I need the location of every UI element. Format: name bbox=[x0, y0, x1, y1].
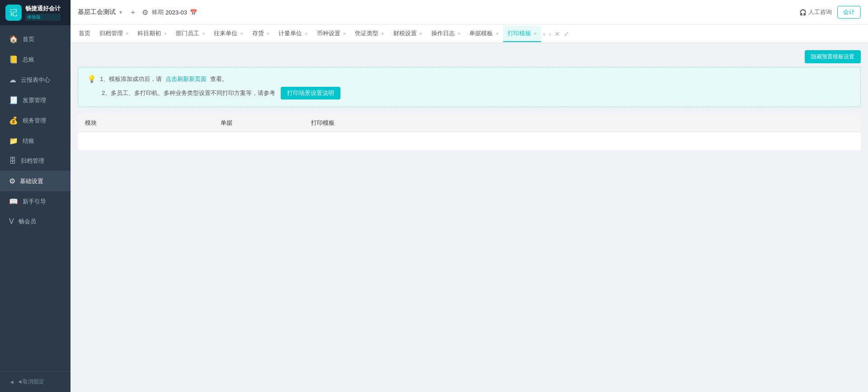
sidebar-label-settlement: 结账 bbox=[23, 137, 34, 145]
period-label: 账期 bbox=[152, 8, 164, 16]
tab-scroll-right[interactable]: › bbox=[547, 30, 553, 38]
logo-title: 畅捷通好会计 bbox=[25, 5, 61, 13]
explain-button[interactable]: 打印场景设置说明 bbox=[281, 87, 340, 99]
sidebar-item-home[interactable]: 🏠首页 bbox=[0, 29, 71, 49]
logo-icon: 记 bbox=[5, 5, 22, 21]
notice-row-2: 2、多员工、多打印机、多种业务类型设置不同打印方案等，请参考 打印场景设置说明 bbox=[87, 87, 851, 99]
tab-print[interactable]: 打印模板× bbox=[503, 26, 541, 42]
hide-template-button[interactable]: 隐藏预置模板设置 bbox=[805, 50, 861, 63]
ledger-icon: 📒 bbox=[9, 55, 18, 64]
sidebar-unpin[interactable]: ◄ ◄取消固定 bbox=[0, 371, 71, 392]
tab-oplog[interactable]: 操作日志× bbox=[427, 26, 465, 42]
tab-supplier[interactable]: 往来单位× bbox=[209, 26, 247, 42]
sidebar-label-basic: 基础设置 bbox=[20, 177, 43, 185]
tab-subject[interactable]: 科目期初× bbox=[133, 26, 171, 42]
tab-taxsetting[interactable]: 财税设置× bbox=[389, 26, 427, 42]
reports-icon: ☁ bbox=[9, 76, 16, 84]
tab-close-supplier[interactable]: × bbox=[240, 31, 243, 36]
account-button[interactable]: 会计 bbox=[837, 6, 861, 19]
tab-close-oplog[interactable]: × bbox=[458, 31, 460, 36]
sidebar: 记 畅捷通好会计 体验版 🏠首页📒总账☁云报表中心🧾发票管理💰税务管理📁结账🗄归… bbox=[0, 0, 71, 392]
sidebar-item-reports[interactable]: ☁云报表中心 bbox=[0, 70, 71, 90]
tabbar: 首页归档管理×科目期初×部门员工×往来单位×存货×计量单位×币种设置×凭证类型×… bbox=[71, 25, 868, 43]
tab-close-inventory[interactable]: × bbox=[267, 31, 269, 36]
tab-label-archive: 归档管理 bbox=[99, 29, 123, 38]
tab-expand[interactable]: ⤢ bbox=[562, 30, 571, 38]
sidebar-item-settlement[interactable]: 📁结账 bbox=[0, 131, 71, 151]
tab-label-subject: 科目期初 bbox=[137, 29, 161, 38]
calendar-icon[interactable]: 📅 bbox=[190, 9, 197, 16]
tab-label-voucher: 凭证类型 bbox=[355, 29, 378, 38]
tab-scroll-left[interactable]: ‹ bbox=[541, 30, 547, 38]
sidebar-item-basic[interactable]: ⚙基础设置 bbox=[0, 171, 71, 191]
sidebar-item-tax[interactable]: 💰税务管理 bbox=[0, 110, 71, 131]
tab-close-measure[interactable]: × bbox=[305, 31, 307, 36]
tab-inventory[interactable]: 存货× bbox=[248, 26, 274, 42]
tab-label-home: 首页 bbox=[79, 29, 90, 38]
tab-close-currency[interactable]: × bbox=[343, 31, 346, 36]
tab-archive[interactable]: 归档管理× bbox=[95, 26, 133, 42]
tab-close-taxsetting[interactable]: × bbox=[420, 31, 422, 36]
sidebar-label-archive: 归档管理 bbox=[21, 157, 44, 165]
settlement-icon: 📁 bbox=[9, 137, 18, 145]
tab-close-all[interactable]: ✕ bbox=[553, 30, 562, 38]
tab-close-receipt[interactable]: × bbox=[495, 31, 498, 36]
topbar-period: 账期 2023-03 📅 bbox=[152, 8, 197, 16]
sidebar-item-member[interactable]: V畅会员 bbox=[0, 212, 71, 231]
notice-line2-prefix: 2、多员工、多打印机、多种业务类型设置不同打印方案等，请参考 bbox=[102, 89, 275, 97]
sidebar-label-member: 畅会员 bbox=[19, 217, 36, 226]
tax-icon: 💰 bbox=[9, 116, 18, 125]
tab-close-dept[interactable]: × bbox=[202, 31, 205, 36]
table-body bbox=[78, 132, 861, 150]
tab-home[interactable]: 首页 bbox=[74, 26, 95, 42]
notice-refresh-link[interactable]: 点击刷新新页面 bbox=[165, 75, 207, 83]
col-template-header: 打印模板 bbox=[311, 119, 854, 127]
settings-icon[interactable]: ⚙ bbox=[142, 8, 148, 17]
tab-label-dept: 部门员工 bbox=[176, 29, 199, 38]
tab-measure[interactable]: 计量单位× bbox=[274, 26, 312, 42]
add-icon[interactable]: ＋ bbox=[129, 8, 137, 17]
tab-dept[interactable]: 部门员工× bbox=[171, 26, 209, 42]
member-icon: V bbox=[9, 217, 14, 226]
home-icon: 🏠 bbox=[9, 35, 18, 43]
sidebar-label-home: 首页 bbox=[23, 35, 34, 43]
sidebar-item-ledger[interactable]: 📒总账 bbox=[0, 49, 71, 70]
invoice-icon: 🧾 bbox=[9, 96, 18, 104]
tab-label-measure: 计量单位 bbox=[278, 29, 302, 38]
headset-icon: 🎧 bbox=[799, 9, 807, 16]
sidebar-label-invoice: 发票管理 bbox=[23, 96, 46, 104]
notice-box: 💡 1、模板添加成功后，请 点击刷新新页面 查看。 2、多员工、多打印机、多种业… bbox=[78, 67, 861, 107]
basic-icon: ⚙ bbox=[9, 177, 15, 185]
content-area: 隐藏预置模板设置 💡 1、模板添加成功后，请 点击刷新新页面 查看。 2、多员工… bbox=[71, 43, 868, 392]
sidebar-label-ledger: 总账 bbox=[23, 56, 34, 64]
print-template-table: 模块 单据 打印模板 bbox=[78, 114, 861, 150]
tab-receipt[interactable]: 单据模板× bbox=[465, 26, 503, 42]
newbie-icon: 📖 bbox=[9, 197, 18, 206]
sidebar-label-newbie: 新手引导 bbox=[23, 198, 46, 206]
tab-close-voucher[interactable]: × bbox=[381, 31, 384, 36]
tab-close-subject[interactable]: × bbox=[164, 31, 166, 36]
tab-voucher[interactable]: 凭证类型× bbox=[350, 26, 388, 42]
sidebar-label-tax: 税务管理 bbox=[23, 117, 46, 125]
company-name: 基层工会测试 bbox=[78, 8, 116, 16]
topbar-company: 基层工会测试 ▾ bbox=[78, 8, 122, 16]
tab-label-supplier: 往来单位 bbox=[214, 29, 237, 38]
topbar-actions: ＋ ⚙ bbox=[129, 8, 148, 17]
company-chevron[interactable]: ▾ bbox=[119, 9, 122, 15]
hide-btn-wrapper: 隐藏预置模板设置 bbox=[78, 50, 861, 63]
main-area: 基层工会测试 ▾ ＋ ⚙ 账期 2023-03 📅 🎧 人工咨询 会计 首页归档… bbox=[71, 0, 868, 392]
sidebar-logo: 记 畅捷通好会计 体验版 bbox=[0, 0, 71, 25]
tab-label-print: 打印模板 bbox=[508, 29, 531, 38]
sidebar-item-invoice[interactable]: 🧾发票管理 bbox=[0, 90, 71, 110]
tab-label-oplog: 操作日志 bbox=[431, 29, 455, 38]
sidebar-nav: 🏠首页📒总账☁云报表中心🧾发票管理💰税务管理📁结账🗄归档管理⚙基础设置📖新手引导… bbox=[0, 25, 71, 371]
table-header: 模块 单据 打印模板 bbox=[78, 114, 861, 132]
tab-close-archive[interactable]: × bbox=[126, 31, 128, 36]
tab-label-taxsetting: 财税设置 bbox=[393, 29, 417, 38]
tab-currency[interactable]: 币种设置× bbox=[312, 26, 350, 42]
sidebar-item-newbie[interactable]: 📖新手引导 bbox=[0, 191, 71, 212]
tab-label-receipt: 单据模板 bbox=[469, 29, 493, 38]
tab-close-print[interactable]: × bbox=[534, 31, 537, 36]
help-button[interactable]: 🎧 人工咨询 bbox=[799, 8, 832, 16]
sidebar-item-archive[interactable]: 🗄归档管理 bbox=[0, 151, 71, 171]
